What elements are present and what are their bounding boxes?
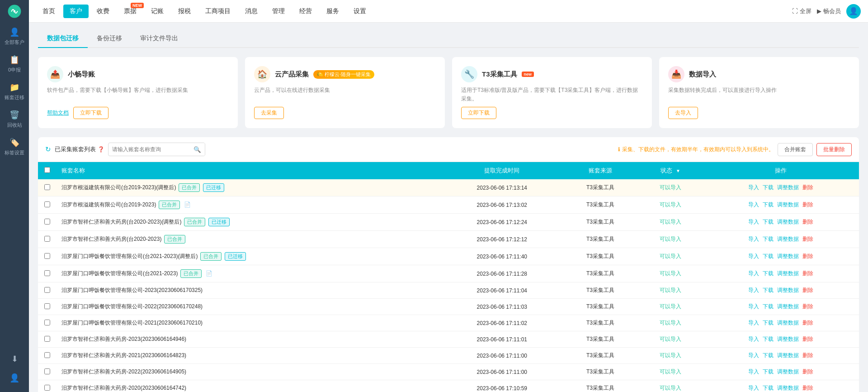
action-下载[interactable]: 下载 — [763, 201, 774, 208]
action-下载[interactable]: 下载 — [763, 184, 774, 191]
action-调整数据[interactable]: 调整数据 — [777, 270, 799, 277]
nav-services[interactable]: 服务 — [320, 5, 345, 18]
row-checkbox-12[interactable] — [44, 368, 50, 374]
action-下载[interactable]: 下载 — [763, 219, 774, 225]
nav-operations[interactable]: 经营 — [293, 5, 318, 18]
sidebar-item-trash[interactable]: 🗑️ 回收站 — [0, 105, 29, 133]
action-下载[interactable]: 下载 — [763, 236, 774, 242]
action-导入[interactable]: 导入 — [748, 253, 759, 259]
nav-settings[interactable]: 设置 — [347, 5, 373, 18]
nav-fees[interactable]: 收费 — [90, 5, 116, 18]
yun-cai-collect-button[interactable]: 去采集 — [254, 107, 284, 119]
action-调整数据[interactable]: 调整数据 — [777, 303, 799, 310]
action-调整数据[interactable]: 调整数据 — [777, 219, 799, 225]
action-下载[interactable]: 下载 — [763, 336, 774, 342]
sidebar-user[interactable]: 👤 — [0, 368, 29, 387]
action-删除[interactable]: 删除 — [802, 184, 813, 191]
avatar[interactable]: 👤 — [846, 4, 861, 19]
action-调整数据[interactable]: 调整数据 — [777, 352, 799, 359]
nav-home[interactable]: 首页 — [36, 5, 61, 18]
row-checkbox-1[interactable] — [44, 184, 50, 190]
action-下载[interactable]: 下载 — [763, 303, 774, 310]
row-checkbox-6[interactable] — [44, 270, 50, 276]
action-导入[interactable]: 导入 — [748, 336, 759, 342]
action-下载[interactable]: 下载 — [763, 352, 774, 359]
action-删除[interactable]: 删除 — [802, 287, 813, 293]
nav-clients[interactable]: 客户 — [63, 5, 89, 18]
action-删除[interactable]: 删除 — [802, 385, 813, 391]
sidebar-item-clients[interactable]: 👤 全部客户 — [0, 23, 29, 50]
action-导入[interactable]: 导入 — [748, 236, 759, 242]
select-all-checkbox[interactable] — [44, 167, 50, 173]
action-调整数据[interactable]: 调整数据 — [777, 368, 799, 375]
action-下载[interactable]: 下载 — [763, 253, 774, 259]
row-checkbox-11[interactable] — [44, 352, 50, 358]
refresh-icon[interactable]: ↻ — [45, 145, 51, 153]
action-调整数据[interactable]: 调整数据 — [777, 287, 799, 293]
th-status[interactable]: 状态 ▼ — [638, 162, 703, 179]
action-导入[interactable]: 导入 — [748, 287, 759, 293]
action-调整数据[interactable]: 调整数据 — [777, 336, 799, 342]
row-checkbox-2[interactable] — [44, 201, 50, 207]
action-下载[interactable]: 下载 — [763, 320, 774, 326]
row-checkbox-9[interactable] — [44, 320, 50, 325]
row-checkbox-13[interactable] — [44, 385, 50, 391]
nav-business[interactable]: 工商项目 — [199, 5, 237, 18]
row-checkbox-10[interactable] — [44, 336, 50, 342]
action-导入[interactable]: 导入 — [748, 385, 759, 391]
sidebar-download[interactable]: ⬇ — [0, 349, 29, 368]
tab-data-migration[interactable]: 数据包迁移 — [38, 30, 88, 48]
action-导入[interactable]: 导入 — [748, 368, 759, 375]
search-input[interactable] — [108, 146, 190, 153]
action-删除[interactable]: 删除 — [802, 253, 813, 259]
nav-management[interactable]: 管理 — [266, 5, 291, 18]
t3-download-button[interactable]: 立即下载 — [461, 107, 496, 119]
nav-accounting[interactable]: 记账 — [145, 5, 170, 18]
action-导入[interactable]: 导入 — [748, 270, 759, 277]
action-下载[interactable]: 下载 — [763, 270, 774, 277]
action-导入[interactable]: 导入 — [748, 184, 759, 191]
action-下载[interactable]: 下载 — [763, 368, 774, 375]
sidebar-item-declaration[interactable]: 📋 0申报 — [0, 50, 29, 78]
batch-delete-button[interactable]: 批量删除 — [816, 143, 852, 156]
action-调整数据[interactable]: 调整数据 — [777, 236, 799, 242]
action-删除[interactable]: 删除 — [802, 320, 813, 326]
row-checkbox-4[interactable] — [44, 236, 50, 242]
app-logo[interactable] — [0, 0, 29, 23]
sidebar-item-migration[interactable]: 📁 账套迁移 — [0, 78, 29, 105]
row-checkbox-3[interactable] — [44, 219, 50, 225]
action-调整数据[interactable]: 调整数据 — [777, 201, 799, 208]
xiao-chang-help-link[interactable]: 帮助文档 — [47, 109, 69, 117]
action-删除[interactable]: 删除 — [802, 303, 813, 310]
action-导入[interactable]: 导入 — [748, 352, 759, 359]
search-button[interactable]: 🔍 — [190, 143, 205, 156]
help-icon[interactable]: ❓ — [98, 146, 104, 153]
action-删除[interactable]: 删除 — [802, 201, 813, 208]
action-导入[interactable]: 导入 — [748, 219, 759, 225]
action-调整数据[interactable]: 调整数据 — [777, 253, 799, 259]
sidebar-item-tags[interactable]: 🏷️ 标签设置 — [0, 133, 29, 161]
action-删除[interactable]: 删除 — [802, 236, 813, 242]
action-导入[interactable]: 导入 — [748, 320, 759, 326]
action-下载[interactable]: 下载 — [763, 287, 774, 293]
action-调整数据[interactable]: 调整数据 — [777, 184, 799, 191]
action-导入[interactable]: 导入 — [748, 201, 759, 208]
data-import-button[interactable]: 去导入 — [668, 107, 698, 119]
nav-messages[interactable]: 消息 — [239, 5, 264, 18]
action-调整数据[interactable]: 调整数据 — [777, 385, 799, 391]
tab-backup-migration[interactable]: 备份迁移 — [88, 30, 131, 48]
nav-tax[interactable]: 报税 — [172, 5, 197, 18]
nav-tickets[interactable]: 票据 NEW — [118, 5, 143, 18]
merge-button[interactable]: 合并账套 — [778, 143, 813, 156]
row-checkbox-8[interactable] — [44, 303, 50, 309]
tab-audit-export[interactable]: 审计文件导出 — [131, 30, 187, 48]
action-导入[interactable]: 导入 — [748, 303, 759, 310]
action-下载[interactable]: 下载 — [763, 385, 774, 391]
action-删除[interactable]: 删除 — [802, 352, 813, 359]
member-button[interactable]: ▶ 畅会员 — [817, 7, 841, 15]
fullscreen-button[interactable]: ⛶ 全屏 — [792, 7, 811, 15]
action-删除[interactable]: 删除 — [802, 336, 813, 342]
row-checkbox-7[interactable] — [44, 287, 50, 293]
action-删除[interactable]: 删除 — [802, 368, 813, 375]
action-删除[interactable]: 删除 — [802, 270, 813, 277]
